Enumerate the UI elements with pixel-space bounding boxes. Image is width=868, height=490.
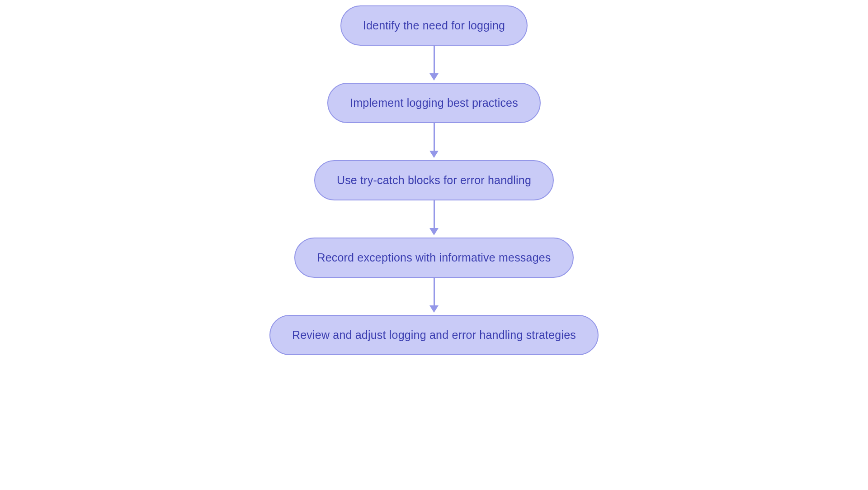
flowchart-node: Review and adjust logging and error hand… xyxy=(269,315,599,355)
flowchart-node: Implement logging best practices xyxy=(327,83,541,123)
node-label: Identify the need for logging xyxy=(363,19,505,32)
arrow-down-icon xyxy=(429,278,439,315)
arrow-down-icon xyxy=(429,200,439,238)
arrow-down-icon xyxy=(429,123,439,160)
arrow-down-icon xyxy=(429,46,439,83)
flowchart-container: Identify the need for logging Implement … xyxy=(269,5,599,355)
node-label: Use try-catch blocks for error handling xyxy=(337,174,531,186)
flowchart-node: Identify the need for logging xyxy=(340,5,528,46)
node-label: Review and adjust logging and error hand… xyxy=(292,328,576,341)
flowchart-node: Record exceptions with informative messa… xyxy=(294,238,573,278)
flowchart-node: Use try-catch blocks for error handling xyxy=(314,160,554,200)
node-label: Implement logging best practices xyxy=(350,96,518,109)
node-label: Record exceptions with informative messa… xyxy=(317,251,551,264)
